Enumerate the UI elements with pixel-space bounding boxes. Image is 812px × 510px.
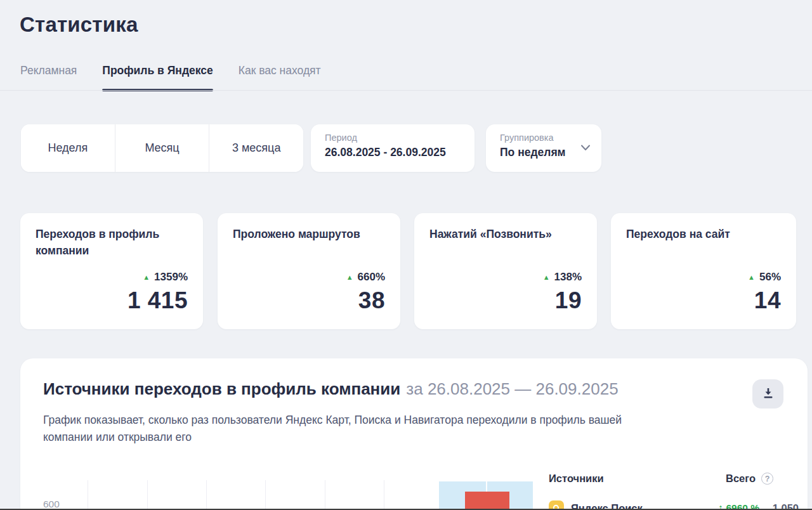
stat-title: Нажатий «Позвонить»: [429, 226, 579, 242]
range-3months-button[interactable]: 3 месяца: [209, 124, 303, 172]
page-title: Статистика: [20, 13, 138, 37]
download-icon: [762, 387, 775, 402]
download-button[interactable]: [752, 379, 783, 409]
sources-chart-card: Источники переходов в профиль компанииза…: [20, 358, 808, 510]
tab-bar: Рекламная Профиль в Яндексе Как вас нахо…: [20, 64, 321, 91]
stat-value: 14: [754, 287, 781, 314]
stat-value: 19: [555, 287, 582, 314]
stat-delta: ▲ 138%: [543, 271, 582, 284]
chart-legend: Источники Всего ? Яндекс Поиск ↑ 6960 % …: [549, 473, 799, 510]
delta-up-icon: ▲: [748, 274, 755, 281]
date-range-segmented-control: Неделя Месяц 3 месяца: [21, 124, 303, 172]
stat-delta: ▲ 660%: [346, 271, 385, 284]
stat-title: Проложено маршрутов: [233, 226, 382, 242]
delta-up-icon: ▲: [143, 274, 150, 281]
grouping-value: По неделям: [500, 146, 589, 159]
range-week-button[interactable]: Неделя: [21, 124, 115, 172]
period-selector[interactable]: Период 26.08.2025 - 26.09.2025: [311, 124, 475, 172]
legend-sources-header: Источники: [549, 473, 604, 485]
delta-up-icon: ▲: [543, 274, 550, 281]
stat-value: 38: [358, 287, 385, 314]
chart-description: График показывает, сколько раз пользоват…: [43, 412, 662, 446]
stat-card-routes: Проложено маршрутов ▲ 660% 38: [218, 213, 400, 329]
period-value: 26.08.2025 - 26.09.2025: [325, 146, 462, 159]
chart-title: Источники переходов в профиль компанииза…: [43, 379, 619, 399]
chart-title-main: Источники переходов в профиль компании: [43, 379, 400, 398]
header-divider: [0, 90, 812, 91]
legend-header: Источники Всего ?: [549, 473, 799, 485]
stat-title: Переходов на сайт: [626, 226, 775, 242]
tab-advertising[interactable]: Рекламная: [20, 64, 77, 91]
grouping-dropdown[interactable]: Группировка По неделям: [486, 124, 601, 172]
bar-yandex-search[interactable]: [465, 492, 509, 510]
chart-title-period: за 26.08.2025 — 26.09.2025: [406, 379, 618, 398]
chevron-down-icon: [581, 145, 590, 151]
stat-card-profile-visits: Переходов в профиль компании ▲ 1359% 1 4…: [20, 213, 203, 329]
legend-total-header: Всего: [726, 473, 756, 485]
delta-up-icon: ▲: [346, 274, 353, 281]
chart-highlight-band: [439, 481, 533, 510]
delta-value: 138%: [554, 271, 582, 284]
range-month-button[interactable]: Месяц: [115, 124, 210, 172]
help-icon[interactable]: ?: [761, 473, 773, 485]
chart-gridlines: [20, 480, 439, 510]
stat-delta: ▲ 1359%: [143, 271, 188, 284]
period-label: Период: [325, 133, 462, 143]
stat-delta: ▲ 56%: [748, 271, 781, 284]
grouping-label: Группировка: [500, 133, 589, 143]
delta-value: 1359%: [154, 271, 188, 284]
delta-value: 56%: [759, 271, 781, 284]
delta-value: 660%: [358, 271, 385, 284]
tab-how-found[interactable]: Как вас находят: [239, 64, 321, 91]
tab-yandex-profile[interactable]: Профиль в Яндексе: [102, 64, 213, 91]
stat-card-calls: Нажатий «Позвонить» ▲ 138% 19: [414, 213, 597, 329]
stat-value: 1 415: [128, 287, 188, 314]
stat-title: Переходов в профиль компании: [36, 226, 185, 259]
stat-card-site-visits: Переходов на сайт ▲ 56% 14: [611, 213, 796, 329]
